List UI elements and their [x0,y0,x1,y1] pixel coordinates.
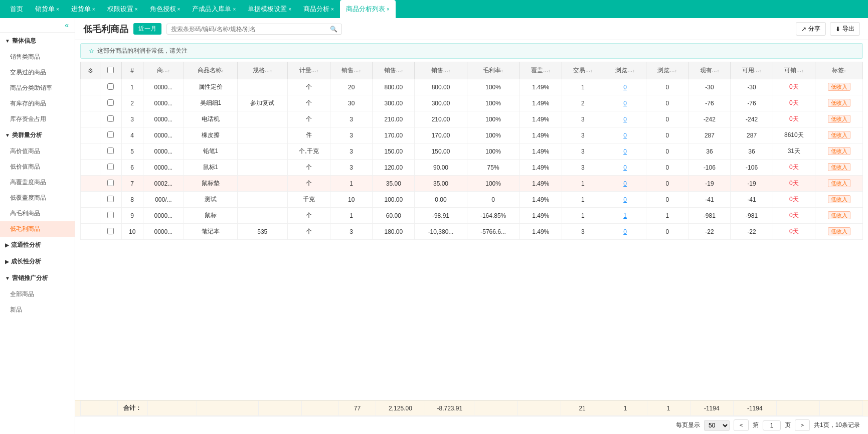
col-code[interactable]: 商...↕ [143,62,184,79]
cell-views1[interactable]: 0 [604,111,646,127]
col-name[interactable]: 商品名称↕ [184,62,237,79]
search-icon[interactable]: 🔍 [330,26,337,33]
col-settings[interactable]: ⚙ [81,62,100,79]
nav-close-template[interactable]: × [288,7,291,12]
sidebar-collapse-btn[interactable]: « [63,21,71,29]
col-gross-margin[interactable]: 毛利率↕ [467,62,519,79]
sidebar-item-low-value[interactable]: 低价值商品 [0,159,75,175]
next-page-btn[interactable]: ＞ [795,419,810,431]
col-coverage[interactable]: 覆盖...↕ [519,62,562,79]
nav-close-sales[interactable]: × [56,7,59,12]
page-input[interactable] [763,420,781,430]
sidebar-item-low-coverage[interactable]: 低覆盖度商品 [0,190,75,206]
sidebar-item-low-margin[interactable]: 低毛利商品 [0,221,75,237]
cell-views1[interactable]: 0 [604,176,646,192]
sidebar-group-cluster[interactable]: ▼ 类群量分析 [0,127,75,143]
col-sale-profit[interactable]: 销售...↕ [415,62,467,79]
nav-close-product-entry[interactable]: × [233,7,236,12]
cell-sale-amount: 35.00 [373,176,415,192]
sidebar-item-stocked-goods[interactable]: 有库存的商品 [0,96,75,111]
cell-views1[interactable]: 0 [604,160,646,176]
cell-views1[interactable]: 0 [604,127,646,143]
cell-checkbox[interactable] [100,95,121,111]
col-views1[interactable]: 浏览...↕ [604,62,646,79]
row-checkbox[interactable] [107,99,114,106]
row-checkbox[interactable] [107,196,114,202]
nav-close-analysis[interactable]: × [331,7,334,12]
nav-item-product-entry[interactable]: 产成品入库单 × [186,0,242,18]
time-filter-btn[interactable]: 近一月 [133,23,161,35]
row-checkbox[interactable] [107,83,114,90]
cell-sale-profit: 800.00 [415,79,467,95]
row-checkbox[interactable] [107,148,114,154]
row-checkbox[interactable] [107,228,114,234]
col-spec[interactable]: 规格...↕ [237,62,287,79]
col-current-stock[interactable]: 现有...↕ [688,62,731,79]
cell-views1[interactable]: 0 [604,95,646,111]
cell-trans-customers: 3 [562,127,604,143]
cell-checkbox[interactable] [100,224,121,240]
page-size-select[interactable]: 50 100 [704,420,730,431]
row-checkbox[interactable] [107,131,114,138]
sidebar-group-overall[interactable]: ▼ 整体信息 [0,33,75,49]
export-button[interactable]: ⬇ 导出 [830,22,860,36]
cell-views1[interactable]: 0 [604,192,646,208]
col-sale-amount[interactable]: 销售...↕ [373,62,415,79]
cell-sale-profit: 210.00 [415,111,467,127]
cell-checkbox[interactable] [100,160,121,176]
share-button[interactable]: ↗ 分享 [796,22,826,36]
sidebar-group-liquidity[interactable]: ▶ 流通性分析 [0,237,75,253]
cell-checkbox[interactable] [100,111,121,127]
sidebar-item-high-coverage[interactable]: 高覆盖度商品 [0,175,75,190]
sidebar-item-high-margin[interactable]: 高毛利商品 [0,206,75,221]
row-checkbox[interactable] [107,115,114,122]
sidebar-item-new-goods[interactable]: 新品 [0,302,75,318]
sidebar-item-high-value[interactable]: 高价值商品 [0,143,75,159]
sidebar-group-marketing[interactable]: ▼ 营销推广分析 [0,270,75,286]
nav-item-analysis-list[interactable]: 商品分析列表 × [340,0,396,18]
cell-checkbox[interactable] [100,192,121,208]
row-checkbox[interactable] [107,164,114,170]
cell-checkbox[interactable] [100,143,121,160]
col-views2[interactable]: 浏览...↕ [646,62,688,79]
nav-close-permission[interactable]: × [135,7,138,12]
nav-item-role[interactable]: 角色授权 × [144,0,187,18]
table-container[interactable]: ⚙ # 商...↕ 商品名称↕ 规格...↕ 计量...↕ 销售...↕ 销售.… [80,62,863,400]
sidebar-item-all-goods[interactable]: 全部商品 [0,286,75,302]
sidebar-item-sales-goods[interactable]: 销售类商品 [0,49,75,65]
cell-views1[interactable]: 0 [604,143,646,160]
cell-views1[interactable]: 0 [604,79,646,95]
sidebar-item-inventory-capital[interactable]: 库存资金占用 [0,111,75,127]
nav-item-permission[interactable]: 权限设置 × [101,0,144,18]
col-available-stock[interactable]: 可用...↕ [731,62,773,79]
cell-views1[interactable]: 0 [604,224,646,240]
col-unit[interactable]: 计量...↕ [287,62,330,79]
nav-item-template[interactable]: 单据模板设置 × [242,0,297,18]
cell-checkbox[interactable] [100,208,121,224]
nav-item-purchase[interactable]: 进货单 × [65,0,101,18]
cell-spec [237,208,287,224]
select-all-checkbox[interactable] [107,67,114,73]
prev-page-btn[interactable]: ＜ [734,419,749,431]
row-checkbox[interactable] [107,180,114,186]
cell-checkbox[interactable] [100,79,121,95]
row-checkbox[interactable] [107,212,114,218]
nav-item-home[interactable]: 首页 [4,0,29,18]
nav-close-purchase[interactable]: × [92,7,95,12]
nav-item-analysis[interactable]: 商品分析 × [297,0,340,18]
search-input[interactable] [171,26,330,33]
col-tag[interactable]: 标签↕ [815,62,863,79]
nav-item-sales[interactable]: 销货单 × [29,0,65,18]
nav-close-role[interactable]: × [178,7,181,12]
sidebar-group-growth[interactable]: ▶ 成长性分析 [0,253,75,270]
col-sale-days[interactable]: 可销...↕ [773,62,815,79]
col-trans-customers[interactable]: 交易...↕ [562,62,604,79]
col-checkbox[interactable] [100,62,121,79]
cell-checkbox[interactable] [100,176,121,192]
nav-close-analysis-list[interactable]: × [387,7,390,12]
cell-checkbox[interactable] [100,127,121,143]
sidebar-item-category-rate[interactable]: 商品分类助销率 [0,80,75,96]
sidebar-item-traded-goods[interactable]: 交易过的商品 [0,65,75,80]
col-sale-qty[interactable]: 销售...↕ [330,62,373,79]
cell-views1[interactable]: 1 [604,208,646,224]
